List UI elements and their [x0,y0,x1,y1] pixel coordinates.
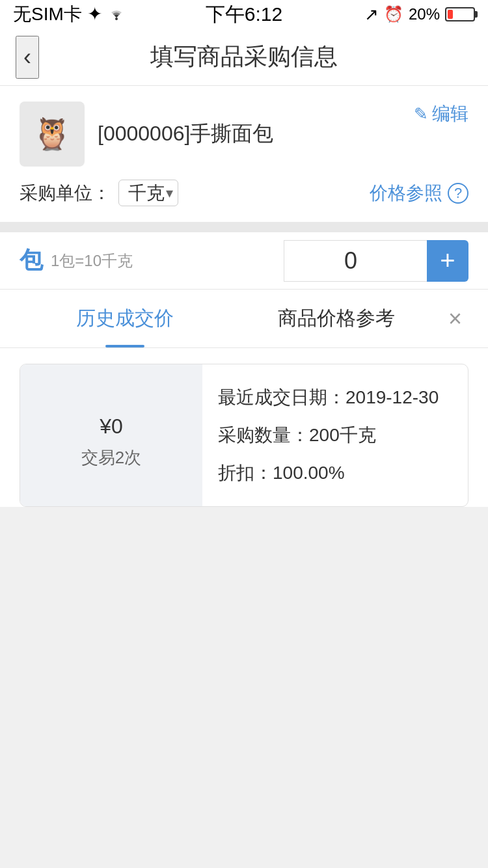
history-card-right: 最近成交日期：2019-12-30 采购数量：200千克 折扣：100.00% [202,364,468,506]
product-thumbnail: 🦉 [20,102,85,167]
price-ref-label: 价格参照 [370,181,442,206]
help-icon: ? [448,183,468,204]
edit-icon: ✎ [414,104,428,124]
quantity-detail-value: 200千克 [309,425,376,445]
tab-section: 历史成交价 商品价格参考 × ¥0 交易2次 最近成交日期：2019-12-30… [0,290,488,507]
unit-select-wrapper[interactable]: 千克 [118,180,178,206]
battery-icon [445,7,475,21]
alarm-icon: ⏰ [384,5,403,23]
quantity-plus-button[interactable]: + [427,240,468,282]
price-ref-button[interactable]: 价格参照 ? [370,181,468,206]
status-left: 无SIM卡 ✦ [13,2,126,27]
tab-close-button[interactable]: × [442,299,468,339]
battery-percent: 20% [409,5,440,23]
tab-header: 历史成交价 商品价格参考 × [0,290,488,348]
product-left: 🦉 [0000006]手撕面包 [20,102,273,167]
status-right: ↗ ⏰ 20% [364,5,475,25]
edit-button[interactable]: ✎ 编辑 [414,102,468,126]
unit-label: 采购单位： [20,181,111,206]
back-button[interactable]: ‹ [16,36,39,79]
currency-symbol: ¥ [100,414,111,438]
page-title: 填写商品采购信息 [150,41,338,73]
bottom-area [0,522,488,868]
carrier-text: 无SIM卡 ✦ [13,2,102,27]
product-header: 🦉 [0000006]手撕面包 ✎ 编辑 [20,102,468,167]
product-info: [0000006]手撕面包 [98,120,273,148]
location-icon: ↗ [364,5,379,25]
quantity-input-group: + [284,240,468,282]
history-card-left: ¥0 交易2次 [20,364,202,506]
unit-conversion: 1包=10千克 [51,251,133,271]
recent-date-label: 最近成交日期： [218,387,346,407]
status-time: 下午6:12 [206,1,282,28]
wifi-icon [107,4,126,25]
tab-product-price-ref[interactable]: 商品价格参考 [230,290,441,347]
history-discount-row: 折扣：100.00% [218,459,452,487]
nav-bar: ‹ 填写商品采购信息 [0,29,488,86]
unit-select[interactable]: 千克 [118,180,178,206]
product-id: [0000006] [98,122,190,145]
history-date-row: 最近成交日期：2019-12-30 [218,384,452,411]
quantity-input[interactable] [284,240,427,282]
recent-date-value: 2019-12-30 [346,387,439,407]
unit-left: 采购单位： 千克 [20,180,178,206]
status-bar: 无SIM卡 ✦ 下午6:12 ↗ ⏰ 20% [0,0,488,29]
discount-label: 折扣： [218,463,273,483]
quantity-detail-label: 采购数量： [218,425,309,445]
history-card: ¥0 交易2次 最近成交日期：2019-12-30 采购数量：200千克 折扣：… [20,364,468,507]
product-name: [0000006]手撕面包 [98,122,273,145]
product-section: 🦉 [0000006]手撕面包 ✎ 编辑 采购单位： 千克 价格参照 [0,86,488,222]
product-unit-row: 采购单位： 千克 价格参照 ? [20,180,468,206]
tab-history-price[interactable]: 历史成交价 [20,290,230,347]
history-quantity-row: 采购数量：200千克 [218,422,452,449]
price-value: 0 [111,414,123,438]
svg-point-0 [115,18,118,20]
unit-bao-icon: 包 [20,245,43,277]
quantity-label: 包 1包=10千克 [20,245,133,277]
product-title: 手撕面包 [190,122,273,145]
product-logo-icon: 🦉 [33,116,72,152]
section-divider [0,222,488,232]
edit-label: 编辑 [432,102,468,126]
history-trades: 交易2次 [81,446,141,469]
history-price: ¥0 [100,402,123,441]
discount-value: 100.00% [273,463,345,483]
quantity-row: 包 1包=10千克 + [0,232,488,290]
